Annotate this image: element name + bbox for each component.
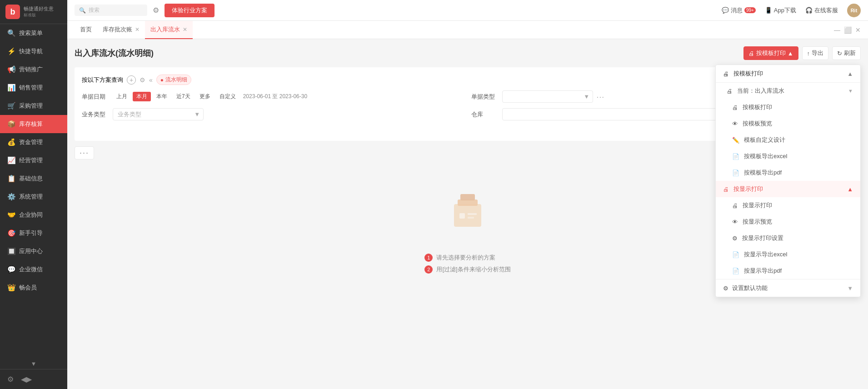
sidebar-item-guide[interactable]: 🎯 新手引导 bbox=[0, 224, 67, 242]
tab-stock-close[interactable]: ✕ bbox=[183, 26, 187, 33]
sales-icon: 📊 bbox=[7, 84, 15, 92]
headset-icon: 🎧 bbox=[805, 7, 813, 14]
tab-stock-flow[interactable]: 出入库流水 ✕ bbox=[145, 21, 193, 39]
sidebar-item-purchase[interactable]: 🛒 采购管理 bbox=[0, 97, 67, 115]
svg-rect-4 bbox=[468, 213, 477, 215]
dp-template-excel-icon: 📄 bbox=[732, 153, 739, 160]
tab-batch-account[interactable]: 库存批次账 ✕ bbox=[97, 21, 145, 39]
tab-window-controls: — ⬜ ✕ bbox=[834, 26, 861, 34]
filter-collapse-icon[interactable]: « bbox=[149, 76, 153, 84]
quick-nav-icon: ⚡ bbox=[7, 47, 15, 55]
sidebar-item-label: 基础信息 bbox=[19, 175, 43, 183]
logo-text-group: 畅捷通好生意 标准版 bbox=[24, 5, 54, 18]
wechat-icon: 💬 bbox=[7, 265, 15, 274]
sidebar-item-label: 应用中心 bbox=[19, 247, 43, 255]
sidebar-item-wechat[interactable]: 💬 企业微信 bbox=[0, 260, 67, 279]
empty-step-1: 1 请先选择要分析的方案 bbox=[424, 252, 510, 264]
sidebar-item-app-center[interactable]: 🔲 应用中心 bbox=[0, 242, 67, 260]
sidebar-item-finance[interactable]: 💰 资金管理 bbox=[0, 133, 67, 151]
more-actions-dots[interactable]: ··· bbox=[75, 146, 94, 160]
filter-add-btn[interactable]: + bbox=[127, 75, 136, 85]
dp-display-excel[interactable]: 📄 按显示导出excel bbox=[716, 246, 860, 263]
dp-section-arrow: ▲ bbox=[847, 186, 853, 193]
date-pill-custom[interactable]: 自定义 bbox=[216, 92, 239, 101]
sidebar-item-sales[interactable]: 📊 销售管理 bbox=[0, 79, 67, 97]
date-pill-7days[interactable]: 近7天 bbox=[173, 92, 194, 101]
dp-arrow-up: ▲ bbox=[847, 70, 853, 77]
topbar-gear-icon[interactable]: ⚙ bbox=[153, 6, 159, 15]
sidebar-item-search[interactable]: 🔍 搜索菜单 bbox=[0, 24, 67, 42]
dp-footer[interactable]: ⚙ 设置默认功能 ▼ bbox=[716, 279, 860, 297]
date-pill-this-year[interactable]: 本年 bbox=[153, 92, 171, 101]
dp-template-pdf[interactable]: 📄 按模板导出pdf bbox=[716, 165, 860, 181]
tab-home[interactable]: 首页 bbox=[75, 21, 97, 39]
sidebar-item-label: 快捷导航 bbox=[19, 47, 43, 55]
date-pill-last-month[interactable]: 上月 bbox=[113, 92, 131, 101]
dp-template-preview-icon: 👁 bbox=[732, 120, 738, 127]
date-pill-this-month[interactable]: 本月 bbox=[133, 92, 151, 101]
topbar-search[interactable]: 🔍 搜索 bbox=[75, 5, 147, 16]
dp-display-excel-icon: 📄 bbox=[732, 251, 739, 258]
dp-template-print[interactable]: 🖨 按模板打印 bbox=[716, 99, 860, 115]
app-download-icon: 📱 bbox=[765, 7, 772, 14]
dp-current-icon: 🖨 bbox=[727, 88, 733, 95]
dp-display-preview[interactable]: 👁 按显示预览 bbox=[716, 214, 860, 230]
sidebar-item-cooperation[interactable]: 🤝 企业协同 bbox=[0, 206, 67, 224]
page-content: 出入库流水(流水明细) 🖨 按模板打印 ▲ ↑ 导出 ↻ 刷新 bbox=[67, 39, 868, 389]
dp-template-preview[interactable]: 👁 按模板预览 bbox=[716, 115, 860, 132]
filter-settings-icon[interactable]: ⚙ bbox=[140, 76, 145, 84]
export-btn[interactable]: ↑ 导出 bbox=[802, 46, 829, 60]
date-pill-more[interactable]: 更多 bbox=[196, 92, 214, 101]
minimize-icon[interactable]: — bbox=[834, 26, 840, 34]
dp-display-pdf[interactable]: 📄 按显示导出pdf bbox=[716, 263, 860, 279]
step-1-text: 请先选择要分析的方案 bbox=[436, 252, 495, 264]
dp-current-item[interactable]: 🖨 当前：出入库流水 ▼ bbox=[716, 83, 860, 99]
filter-biz-type-group: 业务类型 业务类型 ▼ bbox=[82, 108, 464, 120]
dp-template-excel[interactable]: 📄 按模板导出excel bbox=[716, 148, 860, 165]
sidebar-item-quick-nav[interactable]: ⚡ 快捷导航 bbox=[0, 42, 67, 60]
settings-icon[interactable]: ⚙ bbox=[7, 375, 14, 384]
sidebar-item-label: 畅会员 bbox=[19, 284, 37, 292]
dp-display-settings[interactable]: ⚙ 按显示打印设置 bbox=[716, 230, 860, 246]
app-name: 畅捷通好生意 bbox=[24, 5, 54, 12]
date-pills: 上月 本月 本年 近7天 更多 自定义 2023-06-01 至 2023-06… bbox=[113, 92, 307, 101]
voucher-type-select[interactable] bbox=[502, 90, 593, 103]
step-2-num: 2 bbox=[424, 265, 433, 274]
trial-btn[interactable]: 体验行业方案 bbox=[165, 4, 215, 17]
sidebar-scroll-down[interactable]: ▼ bbox=[0, 359, 67, 369]
print-template-btn[interactable]: 🖨 按模板打印 ▲ bbox=[743, 46, 798, 60]
dp-section-display[interactable]: 🖨 按显示打印 ▲ bbox=[716, 181, 860, 197]
dp-display-print[interactable]: 🖨 按显示打印 bbox=[716, 197, 860, 214]
svg-rect-3 bbox=[459, 213, 465, 219]
topbar: 🔍 搜索 ⚙ 体验行业方案 💬 消息 99+ 📱 App下载 🎧 在线客服 Ri… bbox=[67, 0, 868, 21]
refresh-btn[interactable]: ↻ 刷新 bbox=[832, 46, 861, 60]
biz-type-select[interactable]: 业务类型 bbox=[113, 108, 204, 120]
sidebar-item-member[interactable]: 👑 畅会员 bbox=[0, 279, 67, 297]
sidebar-item-system[interactable]: ⚙️ 系统管理 bbox=[0, 188, 67, 206]
voucher-type-label: 单据类型 bbox=[471, 93, 499, 101]
close-icon[interactable]: ✕ bbox=[855, 26, 861, 34]
message-btn[interactable]: 💬 消息 99+ bbox=[722, 6, 756, 15]
warehouse-label: 仓库 bbox=[471, 110, 499, 119]
app-download-btn[interactable]: 📱 App下载 bbox=[765, 6, 796, 15]
marketing-icon: 📢 bbox=[7, 65, 15, 74]
dp-footer-arrow: ▼ bbox=[847, 285, 853, 292]
sidebar-item-inventory[interactable]: 📦 库存核算 bbox=[0, 115, 67, 133]
sidebar-item-marketing[interactable]: 📢 营销推广 bbox=[0, 60, 67, 79]
refresh-icon: ↻ bbox=[837, 50, 842, 57]
sidebar-item-label: 企业协同 bbox=[19, 211, 43, 219]
maximize-icon[interactable]: ⬜ bbox=[844, 26, 852, 34]
sidebar-item-basic-info[interactable]: 📋 基础信息 bbox=[0, 170, 67, 188]
dp-template-custom[interactable]: ✏️ 模板自定义设计 bbox=[716, 132, 860, 148]
message-badge: 99+ bbox=[744, 7, 756, 13]
basic-info-icon: 📋 bbox=[7, 175, 15, 183]
dp-section-label: 🖨 按显示打印 bbox=[723, 185, 763, 193]
user-avatar[interactable]: Rit bbox=[847, 4, 861, 17]
tab-batch-close[interactable]: ✕ bbox=[135, 26, 140, 33]
collapse-sidebar-icon[interactable]: ◀▶ bbox=[21, 375, 32, 384]
filter-date-group: 单据日期 上月 本月 本年 近7天 更多 自定义 2023-06-01 至 20… bbox=[82, 92, 464, 101]
voucher-type-more[interactable]: ··· bbox=[597, 93, 605, 100]
sidebar-item-operations[interactable]: 📈 经营管理 bbox=[0, 151, 67, 170]
online-service-btn[interactable]: 🎧 在线客服 bbox=[805, 6, 838, 15]
search-text: 搜索 bbox=[89, 6, 100, 14]
